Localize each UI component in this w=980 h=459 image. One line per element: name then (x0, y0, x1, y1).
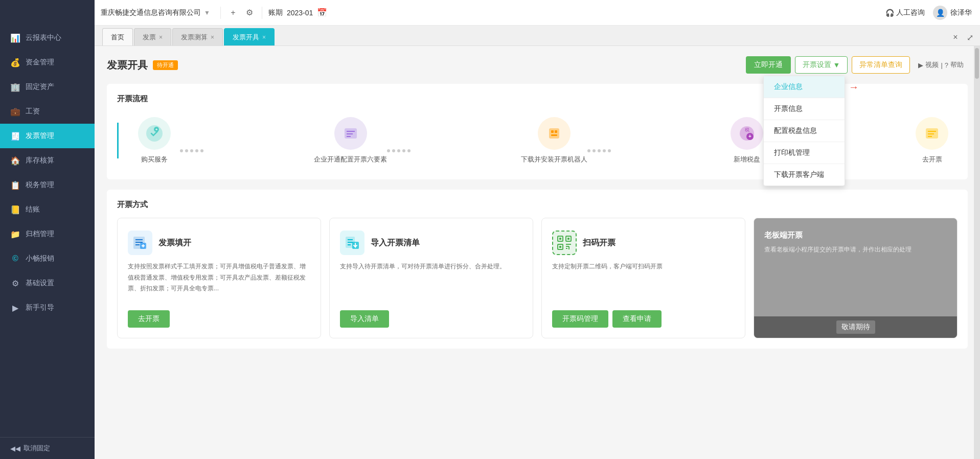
download-robot-icon (538, 117, 571, 150)
sidebar-item-tax-mgmt[interactable]: 📋 税务管理 (0, 173, 95, 197)
dropdown-item-invoice-info[interactable]: 开票信息 (764, 98, 845, 120)
sidebar-item-guide[interactable]: ▶ 新手引导 (0, 295, 95, 320)
sidebar-item-settlement[interactable]: 📒 结账 (0, 197, 95, 222)
scan-invoice-title: 扫码开票 (583, 238, 616, 248)
activate-button[interactable]: 立即开通 (746, 56, 791, 74)
invoice-info-label: 开票信息 (774, 104, 803, 112)
consult-label: 人工咨询 (896, 8, 925, 17)
sidebar-label-archive: 归档管理 (26, 230, 54, 239)
go-invoice-icon (916, 117, 948, 150)
tab-invoice-calc[interactable]: 发票测算 × (172, 28, 223, 45)
headset-icon: 🎧 (885, 9, 894, 17)
tab-invoice-issue[interactable]: 发票开具 × (224, 28, 275, 45)
video-button[interactable]: ▶ 视频 | ? 帮助 (914, 57, 968, 73)
sidebar-item-inventory[interactable]: 🏠 库存核算 (0, 148, 95, 173)
invoice-settings-button[interactable]: 开票设置 ▼ (795, 56, 848, 74)
top-divider-1 (220, 7, 221, 19)
tab-invoice-close[interactable]: × (159, 34, 163, 41)
settlement-icon: 📒 (10, 204, 20, 215)
fill-invoice-button[interactable]: 去开票 (128, 310, 170, 328)
view-application-button[interactable]: 查看申请 (612, 310, 662, 328)
sidebar-item-cloud-report[interactable]: 📊 云报表中心 (0, 26, 95, 50)
settings-sidebar-icon: ⚙ (10, 278, 20, 288)
user-info[interactable]: 👤 徐泽华 (933, 6, 972, 20)
guide-icon: ▶ (10, 303, 20, 313)
tab-invoice[interactable]: 发票 × (134, 28, 171, 45)
svg-rect-9 (555, 130, 557, 133)
cloud-report-icon: 📊 (10, 33, 20, 43)
main-content: 发票开具 待开通 立即开通 开票设置 ▼ 异常清单查询 ▶ 视频 | ? 帮助 … (95, 46, 980, 459)
import-list-header: 导入开票清单 (340, 231, 522, 255)
tax-mgmt-icon: 📋 (10, 180, 20, 190)
tab-bar: 首页 发票 × 发票测算 × 发票开具 × × ⤢ (0, 26, 980, 46)
sidebar-item-fixed-assets[interactable]: 🏢 固定资产 (0, 75, 95, 99)
invoice-mgmt-icon: 🧾 (10, 131, 20, 141)
sidebar-label-guide: 新手引导 (26, 303, 54, 312)
scan-invoice-desc: 支持定制开票二维码，客户端可扫码开票 (552, 261, 735, 302)
svg-text:+: + (155, 127, 158, 132)
sidebar-label-tax-mgmt: 税务管理 (26, 180, 54, 190)
sidebar: 📊 云报表中心 💰 资金管理 🏢 固定资产 💼 工资 🧾 发票管理 🏠 库存核算… (0, 0, 95, 459)
sidebar-item-invoice-mgmt[interactable]: 🧾 发票管理 (0, 124, 95, 148)
company-name: 重庆畅捷交通信息咨询有限公司 (101, 8, 201, 17)
buy-service-label: 购买服务 (141, 155, 168, 164)
abnormal-list-button[interactable]: 异常清单查询 (852, 56, 910, 74)
tab-invoice-calc-close[interactable]: × (211, 34, 214, 41)
import-list-button[interactable]: 导入清单 (340, 310, 389, 328)
buy-service-icon: + (138, 117, 171, 150)
calendar-icon[interactable]: 📅 (317, 8, 327, 17)
methods-grid: 发票填开 支持按照发票样式手工填开发票；可开具增值税电子普通发票、增值税普通发票… (117, 218, 958, 338)
svg-text:+: + (748, 133, 751, 139)
method-card-fill-invoice: 发票填开 支持按照发票样式手工填开发票；可开具增值税电子普通发票、增值税普通发票… (117, 218, 321, 338)
qr-code-mgmt-button[interactable]: 开票码管理 (552, 310, 608, 328)
fixed-assets-icon: 🏢 (10, 82, 20, 92)
cancel-icon: ◀◀ (10, 445, 20, 452)
go-invoice-label: 去开票 (922, 155, 942, 164)
page-header: 发票开具 待开通 立即开通 开票设置 ▼ 异常清单查询 ▶ 视频 | ? 帮助 … (107, 56, 968, 74)
dropdown-item-download-client[interactable]: 下载开票客户端 (764, 164, 845, 186)
scrollbar[interactable] (974, 46, 980, 459)
dropdown-item-printer[interactable]: 打印机管理 (764, 142, 845, 164)
download-client-label: 下载开票客户端 (774, 170, 824, 178)
close-all-tabs-button[interactable]: × (949, 31, 962, 43)
sidebar-item-report[interactable]: © 小畅报销 (0, 246, 95, 271)
dropdown-item-company-info[interactable]: 企业信息 → (764, 76, 845, 98)
svg-rect-35 (567, 238, 569, 240)
dropdown-item-tax-disk[interactable]: 配置税盘信息 (764, 120, 845, 142)
printer-label: 打印机管理 (774, 148, 810, 156)
period-label: 账期 (268, 8, 283, 17)
svg-rect-7 (549, 128, 559, 139)
user-avatar: 👤 (933, 6, 947, 20)
sidebar-item-fund-mgmt[interactable]: 💰 资金管理 (0, 50, 95, 75)
boss-card-desc: 查看老板端小程序提交的开票申请，并作出相应的处理 (764, 244, 947, 256)
flow-connector-3 (587, 129, 721, 152)
archive-icon: 📁 (10, 229, 20, 239)
help-label: 帮助 (950, 60, 964, 70)
sidebar-item-settings[interactable]: ⚙ 基础设置 (0, 271, 95, 295)
go-invoice-svg (923, 124, 941, 143)
sidebar-item-salary[interactable]: 💼 工资 (0, 99, 95, 124)
top-divider-2 (262, 7, 262, 19)
add-company-button[interactable]: + (225, 5, 241, 21)
page-title-area: 发票开具 待开通 (107, 58, 178, 72)
svg-rect-8 (551, 130, 554, 133)
scroll-thumb[interactable] (975, 48, 979, 79)
svg-rect-34 (559, 238, 561, 240)
download-robot-label: 下载并安装开票机器人 (521, 155, 587, 164)
flow-connector-1 (180, 129, 314, 152)
company-selector[interactable]: 重庆畅捷交通信息咨询有限公司 ▼ (95, 5, 216, 20)
import-list-icon (340, 231, 364, 255)
tab-home[interactable]: 首页 (102, 28, 133, 45)
sidebar-cancel-button[interactable]: ◀◀ 取消固定 (0, 438, 95, 459)
sidebar-scroll: 📊 云报表中心 💰 资金管理 🏢 固定资产 💼 工资 🧾 发票管理 🏠 库存核算… (0, 26, 95, 437)
settings-icon[interactable]: ⚙ (241, 5, 258, 21)
add-tax-disk-label: 新增税盘 (734, 155, 760, 164)
fill-invoice-icon (128, 231, 152, 255)
consult-button[interactable]: 🎧 人工咨询 (885, 8, 925, 17)
expand-button[interactable]: ⤢ (964, 31, 976, 43)
settings-dropdown-arrow: ▼ (833, 61, 840, 69)
tab-invoice-issue-close[interactable]: × (262, 34, 266, 41)
cancel-label: 取消固定 (24, 444, 50, 453)
methods-section-title: 开票方式 (117, 200, 958, 210)
sidebar-item-archive[interactable]: 📁 归档管理 (0, 222, 95, 246)
